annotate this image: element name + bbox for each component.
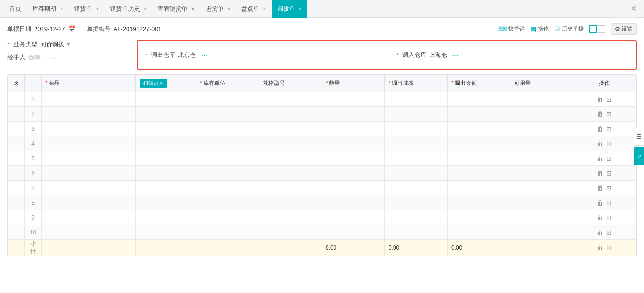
- row-amount-cell[interactable]: [447, 151, 510, 166]
- close-tab-view-sales[interactable]: ×: [191, 6, 194, 12]
- row-delete-icon[interactable]: 🗑: [597, 155, 603, 162]
- tab-stocktake[interactable]: 盘点单 ×: [236, 0, 271, 18]
- row-delete-icon[interactable]: 🗑: [597, 229, 603, 236]
- subtotal-delete-icon[interactable]: 🗑: [597, 244, 603, 251]
- row-spec-cell[interactable]: [259, 210, 322, 225]
- row-cost-cell[interactable]: [384, 122, 447, 136]
- row-product-cell[interactable]: [42, 122, 136, 136]
- row-amount-cell[interactable]: [447, 166, 510, 181]
- row-unit-cell[interactable]: [196, 122, 259, 136]
- shortcuts-button[interactable]: ⌨ 快捷键: [498, 25, 525, 33]
- scan-entry-button[interactable]: 扫码录入: [140, 79, 167, 88]
- tab-purchase-order[interactable]: 进货单 ×: [200, 0, 236, 18]
- row-spec-cell[interactable]: [259, 122, 322, 136]
- row-unit-cell[interactable]: [196, 92, 259, 107]
- row-spec-cell[interactable]: [259, 225, 322, 240]
- row-unit-cell[interactable]: [196, 225, 259, 240]
- row-copy-icon[interactable]: ⊡: [606, 125, 612, 133]
- row-qty-cell[interactable]: [322, 166, 384, 181]
- operations-button[interactable]: ▦ 操作: [530, 25, 549, 33]
- row-spec-cell[interactable]: [259, 136, 322, 151]
- row-unit-cell[interactable]: [196, 136, 259, 151]
- row-cost-cell[interactable]: [384, 166, 447, 181]
- row-product-cell[interactable]: [42, 107, 136, 122]
- row-delete-icon[interactable]: 🗑: [597, 170, 603, 177]
- row-unit-cell[interactable]: [196, 151, 259, 166]
- row-qty-cell[interactable]: [322, 122, 384, 136]
- row-copy-icon[interactable]: ⊡: [606, 214, 612, 221]
- close-tab-transfer-order[interactable]: ×: [299, 6, 302, 12]
- row-unit-cell[interactable]: [196, 181, 259, 195]
- row-spec-cell[interactable]: [259, 166, 322, 181]
- handler-more-button[interactable]: ···: [51, 54, 57, 61]
- row-cost-cell[interactable]: [384, 107, 447, 122]
- row-cost-cell[interactable]: [384, 181, 447, 195]
- window-close-button[interactable]: ✕: [627, 4, 640, 13]
- row-copy-icon[interactable]: ⊡: [606, 199, 612, 207]
- row-qty-cell[interactable]: [322, 92, 384, 107]
- row-delete-icon[interactable]: 🗑: [597, 96, 603, 103]
- close-tab-sales-history[interactable]: ×: [144, 6, 146, 12]
- tab-view-sales[interactable]: 查看销货单 ×: [152, 0, 200, 18]
- row-spec-cell[interactable]: [259, 107, 322, 122]
- row-qty-cell[interactable]: [322, 195, 384, 210]
- row-amount-cell[interactable]: [447, 122, 510, 136]
- close-tab-purchase-order[interactable]: ×: [227, 6, 230, 12]
- tab-sales-order[interactable]: 销货单 ×: [68, 0, 104, 18]
- row-product-cell[interactable]: [42, 210, 136, 225]
- row-product-cell[interactable]: [42, 225, 136, 240]
- row-spec-cell[interactable]: [259, 195, 322, 210]
- row-delete-icon[interactable]: 🗑: [597, 140, 603, 147]
- row-qty-cell[interactable]: [322, 210, 384, 225]
- row-amount-cell[interactable]: [447, 136, 510, 151]
- source-warehouse-more-button[interactable]: ···: [201, 52, 208, 59]
- tab-inventory-init[interactable]: 库存期初 ×: [27, 0, 68, 18]
- row-copy-icon[interactable]: ⊡: [606, 140, 612, 147]
- row-amount-cell[interactable]: [447, 225, 510, 240]
- tab-transfer-order[interactable]: 调拨单 ×: [272, 0, 307, 18]
- row-delete-icon[interactable]: 🗑: [597, 214, 603, 221]
- float-list-button[interactable]: ☰: [634, 128, 644, 146]
- row-spec-cell[interactable]: [259, 181, 322, 195]
- tab-sales-history[interactable]: 销货单历史 ×: [104, 0, 152, 18]
- row-copy-icon[interactable]: ⊡: [606, 155, 612, 162]
- settings-button[interactable]: ⚙ 设置: [611, 23, 637, 35]
- close-tab-inventory-init[interactable]: ×: [60, 6, 63, 12]
- row-unit-cell[interactable]: [196, 195, 259, 210]
- row-copy-icon[interactable]: ⊡: [606, 96, 612, 103]
- row-delete-icon[interactable]: 🗑: [597, 199, 603, 207]
- row-qty-cell[interactable]: [322, 107, 384, 122]
- row-product-cell[interactable]: [42, 92, 136, 107]
- subtotal-copy-icon[interactable]: ⊡: [606, 244, 612, 251]
- calendar-icon[interactable]: 📅: [68, 25, 76, 33]
- row-amount-cell[interactable]: [447, 92, 510, 107]
- row-qty-cell[interactable]: [322, 151, 384, 166]
- row-cost-cell[interactable]: [384, 210, 447, 225]
- row-copy-icon[interactable]: ⊡: [606, 170, 612, 177]
- row-copy-icon[interactable]: ⊡: [606, 184, 612, 192]
- row-spec-cell[interactable]: [259, 92, 322, 107]
- row-copy-icon[interactable]: ⊡: [606, 229, 612, 236]
- close-tab-sales-order[interactable]: ×: [96, 6, 98, 12]
- row-unit-cell[interactable]: [196, 210, 259, 225]
- row-delete-icon[interactable]: 🗑: [597, 125, 603, 133]
- row-cost-cell[interactable]: [384, 225, 447, 240]
- row-cost-cell[interactable]: [384, 92, 447, 107]
- row-copy-icon[interactable]: ⊡: [606, 110, 612, 118]
- row-spec-cell[interactable]: [259, 151, 322, 166]
- row-unit-cell[interactable]: [196, 107, 259, 122]
- tab-home[interactable]: 首页: [4, 0, 27, 18]
- row-amount-cell[interactable]: [447, 107, 510, 122]
- row-delete-icon[interactable]: 🗑: [597, 110, 603, 118]
- row-cost-cell[interactable]: [384, 195, 447, 210]
- row-cost-cell[interactable]: [384, 136, 447, 151]
- row-amount-cell[interactable]: [447, 195, 510, 210]
- row-amount-cell[interactable]: [447, 210, 510, 225]
- row-product-cell[interactable]: [42, 166, 136, 181]
- business-type-select[interactable]: 同价调拨 ▼: [40, 40, 71, 49]
- history-button[interactable]: ☑ 历史单据: [554, 25, 584, 33]
- close-tab-stocktake[interactable]: ×: [263, 6, 266, 12]
- float-expand-button[interactable]: ⤢: [634, 147, 644, 165]
- row-unit-cell[interactable]: [196, 166, 259, 181]
- row-product-cell[interactable]: [42, 181, 136, 195]
